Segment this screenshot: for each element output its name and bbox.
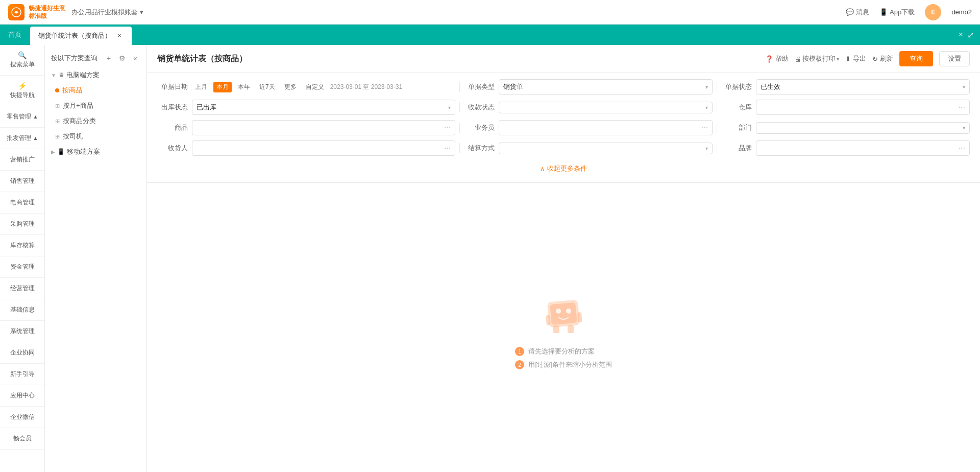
warehouse-label: 仓库 — [721, 103, 752, 112]
date-tag-custom[interactable]: 自定义 — [303, 82, 327, 92]
left-panel-header-actions: + ⚙ « — [104, 53, 140, 63]
divider-6 — [717, 123, 717, 133]
sidebar-item-purchase[interactable]: 采购管理 — [0, 214, 44, 235]
filter-receipt-status: 收款状态 ▾ — [464, 102, 713, 113]
collapse-bar[interactable]: ∧ 收起更多条件 — [157, 161, 970, 176]
sidebar-item-app-center[interactable]: 应用中心 — [0, 385, 44, 407]
out-status-control[interactable]: 已出库 ▾ — [192, 100, 455, 115]
product-control[interactable]: ··· — [192, 120, 455, 135]
left-panel-header: 按以下方案查询 + ⚙ « — [45, 49, 146, 67]
filter-brand: 品牌 ··· — [721, 140, 970, 156]
sidebar-item-ecommerce[interactable]: 电商管理 — [0, 192, 44, 214]
add-scheme-button[interactable]: + — [104, 53, 114, 63]
sidebar-item-finance[interactable]: 资金管理 — [0, 256, 44, 278]
collapse-panel-button[interactable]: « — [130, 53, 140, 63]
divider-5 — [459, 123, 460, 133]
tab-close-window-icon[interactable]: × — [959, 30, 963, 39]
tab-home[interactable]: 首页 — [0, 25, 30, 45]
tree-item-by-product-category[interactable]: ⊞ 按商品分类 — [45, 113, 146, 129]
sidebar-item-wholesale[interactable]: 批发管理 ▲ — [0, 128, 44, 149]
query-button[interactable]: 查询 — [899, 51, 933, 66]
workspace-selector[interactable]: 办公用品行业模拟账套 ▾ — [71, 8, 143, 17]
sidebar-item-marketing[interactable]: 营销推广 — [0, 149, 44, 171]
grid-icon-1: ⊞ — [55, 103, 60, 109]
department-label: 部门 — [721, 123, 752, 132]
page-title: 销货单统计表（按商品） — [157, 54, 247, 70]
doc-status-value: 已生效 — [761, 82, 961, 91]
doc-type-control[interactable]: 销货单 ▾ — [499, 79, 713, 95]
print-icon: 🖨 — [795, 55, 801, 63]
tab-expand-icon[interactable]: ⤢ — [967, 30, 974, 40]
app-download-action[interactable]: 📱 App下载 — [879, 8, 915, 17]
filter-row-2: 出库状态 已出库 ▾ 收款状态 ▾ — [157, 100, 970, 115]
product-dots[interactable]: ··· — [444, 123, 451, 132]
sidebar-item-membership[interactable]: 畅会员 — [0, 428, 44, 450]
sidebar-item-sales[interactable]: 销售管理 — [0, 171, 44, 192]
receipt-status-label: 收款状态 — [464, 103, 495, 112]
date-tag-7days[interactable]: 近7天 — [256, 82, 278, 92]
settings-scheme-button[interactable]: ⚙ — [117, 53, 127, 63]
doc-type-chevron: ▾ — [705, 84, 708, 90]
brand-dots[interactable]: ··· — [959, 144, 965, 153]
salesperson-label: 业务员 — [464, 123, 495, 132]
doc-status-control[interactable]: 已生效 ▾ — [756, 79, 970, 95]
receiver-label: 收货人 — [157, 144, 188, 153]
date-tag-last-month[interactable]: 上月 — [192, 82, 210, 92]
tree-desktop-group[interactable]: ▼ 🖥 电脑端方案 — [45, 67, 146, 83]
receiver-control[interactable]: ··· — [192, 140, 455, 156]
print-action[interactable]: 🖨 按模板打印 ▾ — [795, 54, 839, 63]
date-tag-this-year[interactable]: 本年 — [235, 82, 253, 92]
warehouse-control[interactable]: ··· — [756, 100, 970, 115]
tree-item-by-month-product[interactable]: ⊞ 按月+商品 — [45, 98, 146, 113]
date-tag-this-month[interactable]: 本月 — [213, 82, 232, 92]
salesperson-control[interactable]: ··· — [499, 120, 713, 135]
payment-method-control[interactable]: ▾ — [499, 143, 713, 154]
export-action[interactable]: ⬇ 导出 — [845, 54, 866, 63]
empty-tip-1: 1 请先选择要分析的方案 — [515, 347, 611, 356]
brand-control[interactable]: ··· — [756, 140, 970, 156]
search-icon: 🔍 — [18, 51, 27, 59]
tab-bar-actions: × ⤢ — [952, 25, 980, 45]
tab-sales-stat[interactable]: 销货单统计表（按商品） × — [30, 27, 132, 45]
tree-mobile-group[interactable]: ▶ 📱 移动端方案 — [45, 144, 146, 159]
sidebar-item-onboarding[interactable]: 新手引导 — [0, 364, 44, 385]
sidebar-item-enterprise-wechat[interactable]: 企业微信 — [0, 407, 44, 428]
message-action[interactable]: 💬 消息 — [846, 8, 869, 17]
divider-4 — [717, 102, 717, 112]
username: demo2 — [951, 8, 972, 16]
help-action[interactable]: ❓ 帮助 — [765, 54, 789, 63]
salesperson-dots[interactable]: ··· — [701, 123, 708, 132]
avatar[interactable]: E — [925, 4, 941, 20]
sidebar-item-search[interactable]: 🔍 搜索菜单 — [0, 45, 44, 76]
sidebar-item-operations[interactable]: 经营管理 — [0, 278, 44, 299]
sidebar-item-quick-nav[interactable]: ⚡ 快捷导航 — [0, 76, 44, 106]
sidebar-item-system[interactable]: 系统管理 — [0, 321, 44, 342]
sidebar-item-retail[interactable]: 零售管理 ▲ — [0, 106, 44, 128]
department-chevron: ▾ — [963, 125, 965, 131]
tree-item-by-product[interactable]: 按商品 — [45, 83, 146, 98]
print-dropdown-icon: ▾ — [837, 56, 839, 62]
filter-department: 部门 ▾ — [721, 122, 970, 134]
warehouse-dots[interactable]: ··· — [959, 103, 965, 112]
refresh-action[interactable]: ↻ 刷新 — [872, 54, 893, 63]
filter-row-4: 收货人 ··· 结算方式 ▾ — [157, 140, 970, 156]
sidebar: 🔍 搜索菜单 ⚡ 快捷导航 零售管理 ▲ 批发管理 ▲ 营销推广 销售管理 电商… — [0, 45, 45, 472]
empty-tip-2: 2 用[过滤]条件来缩小分析范围 — [515, 360, 611, 369]
svg-rect-7 — [553, 325, 559, 333]
tab-close-icon[interactable]: × — [115, 32, 124, 40]
filter-salesperson: 业务员 ··· — [464, 120, 713, 135]
receipt-status-control[interactable]: ▾ — [499, 102, 713, 113]
empty-tips: 1 请先选择要分析的方案 2 用[过滤]条件来缩小分析范围 — [515, 347, 611, 369]
sidebar-item-basic-info[interactable]: 基础信息 — [0, 299, 44, 321]
receipt-status-chevron: ▾ — [705, 105, 708, 110]
receiver-dots[interactable]: ··· — [444, 144, 451, 153]
date-tag-more[interactable]: 更多 — [281, 82, 300, 92]
settings-button[interactable]: 设置 — [939, 51, 970, 66]
sidebar-item-inventory[interactable]: 库存核算 — [0, 235, 44, 256]
tree-item-by-cashier[interactable]: ⊞ 按司机 — [45, 129, 146, 144]
filter-row-1: 单据日期 上月 本月 本年 近7天 更多 自定义 2023-03-01 至 20… — [157, 79, 970, 95]
app-icon: 📱 — [879, 8, 888, 16]
department-control[interactable]: ▾ — [756, 122, 970, 134]
out-status-value: 已出库 — [197, 103, 446, 112]
sidebar-item-cooperation[interactable]: 企业协同 — [0, 342, 44, 364]
